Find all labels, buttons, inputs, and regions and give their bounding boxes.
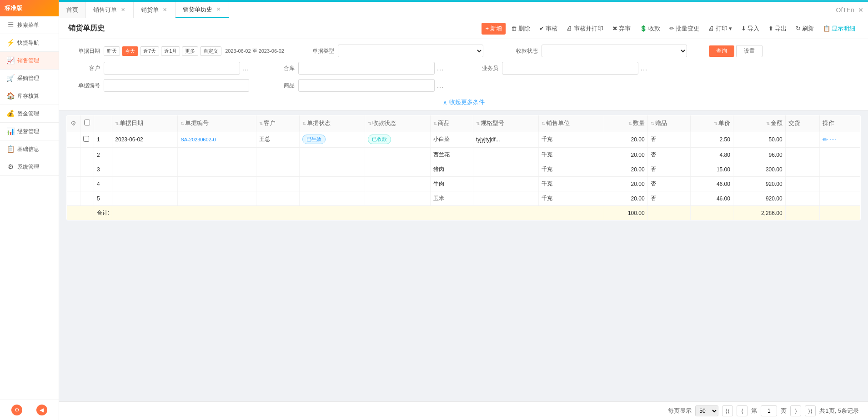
col-doc-status[interactable]: ⇅单据状态 xyxy=(299,115,365,131)
tab-bar-right: OfTEn ✕ xyxy=(836,6,868,14)
col-sales-unit[interactable]: ⇅销售单位 xyxy=(539,115,604,131)
tab-sales-order-close[interactable]: ✕ xyxy=(120,7,126,13)
col-doc-number[interactable]: ⇅单据编号 xyxy=(178,115,256,131)
row-checkbox-2 xyxy=(80,162,94,177)
row-checkbox-1 xyxy=(80,148,94,162)
col-unit-price[interactable]: ⇅单价 xyxy=(690,115,733,131)
tab-sales-delivery-history[interactable]: 销货单历史 ✕ xyxy=(176,2,229,18)
export-button-label: 导出 xyxy=(775,25,787,33)
table-body: 1 2023-06-02 SA-20230602-0 王总 已生效 已收款 小白… xyxy=(67,131,861,206)
salesperson-dots[interactable]: … xyxy=(640,64,647,72)
refresh-button[interactable]: ↻ 刷新 xyxy=(792,23,818,35)
action-more-0[interactable]: ⋯ xyxy=(830,136,836,143)
col-gift[interactable]: ⇅赠品 xyxy=(647,115,690,131)
tab-sales-delivery-history-close[interactable]: ✕ xyxy=(215,6,221,13)
col-quantity[interactable]: ⇅数量 xyxy=(604,115,648,131)
sidebar-item-finance-label: 资金管理 xyxy=(17,110,39,118)
date-btn-more[interactable]: 更多 xyxy=(182,46,198,56)
sidebar-item-system-mgmt[interactable]: ⚙ 系统管理 xyxy=(0,158,59,176)
toolbar: + 新增 🗑 删除 ✔ 审核 🖨 审核并打印 ✖ 弃审 xyxy=(482,23,859,35)
col-goods[interactable]: ⇅商品 xyxy=(430,115,473,131)
export-button[interactable]: ⬆ 导出 xyxy=(765,23,790,35)
collapse-button[interactable]: ∧ 收起更多条件 xyxy=(443,98,485,106)
customer-dots[interactable]: … xyxy=(242,64,249,72)
date-range-text: 2023-06-02 至 2023-06-02 xyxy=(225,48,284,55)
col-doc-date[interactable]: ⇅单据日期 xyxy=(112,115,178,131)
batch-change-button[interactable]: ✏ 批量变更 xyxy=(666,23,703,35)
sidebar-item-purchase-mgmt[interactable]: 🛒 采购管理 xyxy=(0,70,59,87)
settings-button[interactable]: 设置 xyxy=(736,45,763,57)
sales-mgmt-icon: 📈 xyxy=(6,56,15,65)
warehouse-dots[interactable]: … xyxy=(437,64,444,72)
date-btn-1month[interactable]: 近1月 xyxy=(161,46,180,56)
row-checkbox-4 xyxy=(80,191,94,206)
sidebar-item-search-menu[interactable]: ☰ 搜索菜单 xyxy=(0,16,59,34)
sidebar-item-quick-nav-label: 快捷导航 xyxy=(17,39,39,47)
collect-status-field xyxy=(542,45,687,57)
sidebar-item-basic-info[interactable]: 📋 基础信息 xyxy=(0,140,59,158)
col-customer[interactable]: ⇅客户 xyxy=(256,115,299,131)
tab-sales-delivery[interactable]: 销货单 ✕ xyxy=(134,2,176,18)
doc-number-link-0[interactable]: SA-20230602-0 xyxy=(181,137,216,142)
review-print-button[interactable]: 🖨 审核并打印 xyxy=(563,23,607,35)
col-spec-type[interactable]: ⇅规格型号 xyxy=(473,115,538,131)
col-transaction[interactable]: 交货 xyxy=(785,115,819,131)
salesperson-input[interactable] xyxy=(502,62,638,75)
date-btn-custom[interactable]: 自定义 xyxy=(200,46,221,56)
customer-input[interactable] xyxy=(104,62,240,75)
page-size-select[interactable]: 50 10 20 100 xyxy=(695,405,718,416)
sidebar-item-purchase-mgmt-label: 采购管理 xyxy=(17,75,39,82)
row-collect-status-2 xyxy=(365,162,430,177)
abandon-button[interactable]: ✖ 弃审 xyxy=(609,23,634,35)
row-amount-1: 96.00 xyxy=(733,148,785,162)
doc-type-select[interactable] xyxy=(338,45,483,57)
page-first-button[interactable]: ⟨⟨ xyxy=(722,405,733,416)
review-print-button-label: 审核并打印 xyxy=(574,25,603,33)
col-row-num xyxy=(94,115,112,131)
page-number-input[interactable] xyxy=(761,405,777,416)
page-next-button[interactable]: ⟩ xyxy=(790,405,801,416)
select-all-checkbox[interactable] xyxy=(84,120,90,125)
col-amount[interactable]: ⇅金额 xyxy=(733,115,785,131)
row-cb-0[interactable] xyxy=(83,136,89,142)
print-button[interactable]: 🖨 打印 ▾ xyxy=(705,23,736,35)
tab-close-all-icon[interactable]: ✕ xyxy=(858,6,863,14)
warehouse-input[interactable] xyxy=(298,62,435,75)
sidebar-item-quick-nav[interactable]: ⚡ 快捷导航 xyxy=(0,34,59,52)
tab-sales-delivery-close[interactable]: ✕ xyxy=(161,7,168,13)
row-amount-2: 300.00 xyxy=(733,162,785,177)
delete-button[interactable]: 🗑 删除 xyxy=(507,23,534,35)
sidebar-settings-icon[interactable]: ⚙ xyxy=(11,405,22,415)
col-collect-status[interactable]: ⇅收款状态 xyxy=(365,115,430,131)
doc-number-input[interactable] xyxy=(104,79,249,92)
delete-icon: 🗑 xyxy=(511,25,517,32)
row-doc-date-2 xyxy=(112,162,178,177)
query-button[interactable]: 查询 xyxy=(709,45,734,57)
sidebar-item-system-mgmt-label: 系统管理 xyxy=(17,163,39,171)
collect-button[interactable]: 💲 收款 xyxy=(636,23,664,35)
goods-dots[interactable]: … xyxy=(437,81,444,90)
date-btn-yesterday[interactable]: 昨天 xyxy=(104,46,120,56)
sidebar-item-sales-mgmt[interactable]: 📈 销售管理 xyxy=(0,52,59,70)
sidebar-collapse-icon[interactable]: ◀ xyxy=(36,405,47,415)
page-prev-button[interactable]: ⟨ xyxy=(737,405,748,416)
table-settings-icon[interactable]: ⚙ xyxy=(70,120,76,127)
action-edit-0[interactable]: ✏ xyxy=(823,136,828,143)
date-btn-7days[interactable]: 近7天 xyxy=(140,46,159,56)
sidebar-item-inventory[interactable]: 🏠 库存核算 xyxy=(0,87,59,105)
display-detail-icon: 📋 xyxy=(823,25,830,32)
display-detail-button[interactable]: 📋 显示明细 xyxy=(819,23,859,35)
col-checkbox xyxy=(80,115,94,131)
new-button[interactable]: + 新增 xyxy=(482,23,506,35)
row-goods-1: 西兰花 xyxy=(430,148,473,162)
import-button[interactable]: ⬇ 导入 xyxy=(738,23,763,35)
date-btn-today[interactable]: 今天 xyxy=(122,46,138,56)
sidebar-item-operations[interactable]: 📊 经营管理 xyxy=(0,123,59,140)
tab-sales-order[interactable]: 销售订单 ✕ xyxy=(86,2,134,18)
sidebar-item-finance[interactable]: 💰 资金管理 xyxy=(0,105,59,123)
collect-status-select[interactable] xyxy=(542,45,687,57)
goods-input[interactable] xyxy=(298,79,435,92)
page-last-button[interactable]: ⟩⟩ xyxy=(805,405,816,416)
tab-home[interactable]: 首页 xyxy=(59,2,86,18)
review-button[interactable]: ✔ 审核 xyxy=(536,23,561,35)
